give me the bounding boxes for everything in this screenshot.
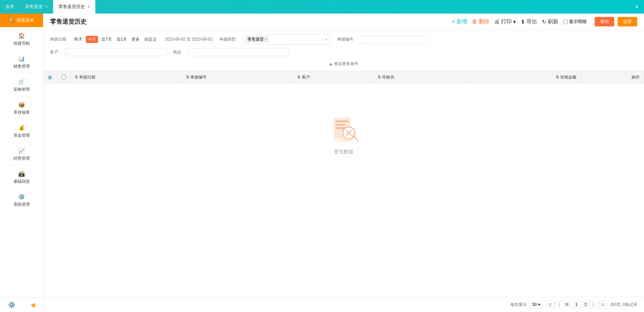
display-detail-checkbox[interactable] [563,20,568,24]
th-action-label: 操作 [631,75,640,80]
sidebar-item-inventory-label: 库存核算 [14,110,30,115]
export-button[interactable]: ⬆ 导出 [521,18,537,25]
top-bar: 首页 零售退货 × 零售退货历史 × × [0,0,644,14]
export-label: 导出 [526,18,537,25]
type-filter-tag: 零售退货 × [245,36,269,43]
th-voucher-label: ⇅ 单据编号 [186,75,207,80]
th-customer-label: ⇅ 客户 [297,75,310,80]
print-icon: 🖨 [494,19,500,25]
toolbar-actions: + 新增 🗑 删除 🖨 打印 ▾ ⬆ 导出 [452,18,587,25]
filter-row-2: 客户 ... 商品 ... [50,48,637,56]
prev-page-button[interactable]: ⟨ [555,300,564,309]
refresh-button[interactable]: ↻ 刷新 [542,18,558,25]
sidebar-item-system-label: 系统管理 [14,202,30,207]
th-guide[interactable]: ⇅ 导购员 [374,71,470,84]
sidebar-item-sales[interactable]: 📊 销售管理 [0,50,43,73]
th-checkbox[interactable] [57,71,70,84]
page-title: 零售退货历史 [50,18,87,26]
date-opt-1month[interactable]: 近1月 [115,36,128,43]
sidebar-search[interactable]: 🔍 搜索菜单 [0,14,43,27]
print-button[interactable]: 🖨 打印 ▾ [494,18,516,25]
collapse-row: ▲ 收起更多条件 [50,60,637,67]
first-page-button[interactable]: ⟨⟨ [546,300,554,309]
page-size-chevron-icon: ▾ [538,302,540,307]
sidebar-item-management-label: 经营管理 [14,156,30,161]
sidebar-item-quick-nav-label: 快捷导航 [14,41,30,46]
voucher-filter-label: 单据编号 [337,37,353,42]
total-info: 共0页, 0条记录 [610,302,637,308]
customer-placeholder: ... [68,50,71,54]
tab-home[interactable]: 首页 [0,0,20,14]
tab-retail-return[interactable]: 零售退货 × [20,0,53,14]
export-icon: ⬆ [521,19,525,25]
settings-bottom-icon[interactable]: ⚙️ [8,301,15,309]
customer-filter-input[interactable]: ... [65,48,166,56]
sidebar-menu: 🏠 快捷导航 📊 销售管理 🛒 采购管理 📦 库存核算 💰 资金管理 📈 [0,27,43,297]
tab-retail-return-history-label: 零售退货历史 [58,4,85,10]
close-tab-retail-return[interactable]: × [45,4,48,9]
empty-text: 暂无数据 [334,149,353,155]
sidebar-item-purchase[interactable]: 🛒 采购管理 [0,73,43,96]
th-customer[interactable]: ⇅ 客户 [293,71,374,84]
query-button[interactable]: 查询 [595,17,614,26]
basic-info-icon: 🗃️ [18,170,25,177]
collapse-button[interactable]: ▲ 收起更多条件 [329,61,359,67]
page-size-label: 每页显示 [510,302,527,308]
sidebar-item-inventory[interactable]: 📦 库存核算 [0,96,43,119]
sidebar-item-system[interactable]: ⚙️ 系统管理 [0,188,43,211]
search-icon: 🔍 [9,18,15,23]
goods-placeholder: ... [191,50,194,54]
date-opt-7days[interactable]: 近7天 [100,36,113,43]
add-button[interactable]: + 新增 [452,18,467,25]
sidebar-item-finance-label: 资金管理 [14,133,30,138]
pagination-bar: 每页显示 50 ▾ ⟨⟨ ⟨ 第 页 ⟩ ⟩⟩ 共0页, 0条记录 [43,297,644,312]
svg-rect-3 [336,124,345,126]
date-opt-custom[interactable]: 自定义 [143,36,158,43]
system-icon: ⚙️ [18,193,25,200]
close-tab-retail-return-history[interactable]: × [88,4,90,9]
table-header-row: ⚙️ ⇅ 单据日期 ⇅ 单据编号 ⇅ 客户 ⇅ 导购员 [43,71,644,84]
sidebar-item-finance[interactable]: 💰 资金管理 [0,119,43,142]
last-page-button[interactable]: ⟩⟩ [599,300,607,309]
page-size-selector[interactable]: 50 ▾ [530,301,543,308]
date-opt-more[interactable]: 更多 [130,36,141,43]
tab-retail-return-history[interactable]: 零售退货历史 × [53,0,95,14]
date-range-display: 2023-06-02 至 2023-06-02 [165,37,212,42]
purchase-icon: 🛒 [18,78,25,85]
th-date-label: ⇅ 单据日期 [75,75,95,80]
th-date[interactable]: ⇅ 单据日期 [70,71,182,84]
th-amount[interactable]: ⇅ 实销金额 [469,71,580,84]
display-detail-toggle[interactable]: 显示明细 [563,19,587,25]
th-voucher[interactable]: ⇅ 单据编号 [182,71,293,84]
type-tag-remove[interactable]: × [265,37,267,42]
delete-button[interactable]: 🗑 删除 [472,18,490,25]
date-opt-today[interactable]: 今天 [86,36,98,43]
filter-row-1: 单据日期 昨天 今天 近7天 近1月 更多 自定义 2023-06-02 至 2… [50,34,637,45]
date-options: 昨天 今天 近7天 近1月 更多 自定义 [73,36,158,43]
th-settings[interactable]: ⚙️ [43,71,57,84]
goods-filter-input[interactable]: ... [188,48,289,56]
page-number-input[interactable] [570,301,582,308]
sidebar-item-basic-info[interactable]: 🗃️ 基础信息 [0,165,43,188]
table-header: ⚙️ ⇅ 单据日期 ⇅ 单据编号 ⇅ 客户 ⇅ 导购员 [43,71,644,84]
collapse-sidebar-icon[interactable]: ◀ [30,301,35,309]
select-all-checkbox[interactable] [62,75,66,79]
page-size-value: 50 [532,302,537,307]
sidebar-item-quick-nav[interactable]: 🏠 快捷导航 [0,27,43,50]
th-guide-label: ⇅ 导购员 [378,75,394,80]
date-opt-yesterday[interactable]: 昨天 [73,36,84,43]
type-select-chevron-icon: ▾ [325,37,327,42]
tab-home-label: 首页 [5,4,14,10]
sidebar-item-management[interactable]: 📈 经营管理 [0,142,43,165]
setting-button[interactable]: 设置 [618,17,637,26]
type-filter-select[interactable]: 零售退货 × ▾ [242,34,330,45]
voucher-filter-input[interactable] [360,36,428,44]
next-page-button[interactable]: ⟩ [589,300,597,309]
content-area: 零售退货历史 + 新增 🗑 删除 🖨 打印 ▾ [43,14,644,312]
type-filter-label: 单据类型 [219,37,236,42]
delete-label: 删除 [479,18,490,25]
tab-list: 首页 零售退货 × 零售退货历史 × [0,0,629,14]
page-header: 零售退货历史 + 新增 🗑 删除 🖨 打印 ▾ [43,14,644,30]
window-close-button[interactable]: × [629,3,644,10]
date-filter-label: 单据日期 [50,37,66,42]
